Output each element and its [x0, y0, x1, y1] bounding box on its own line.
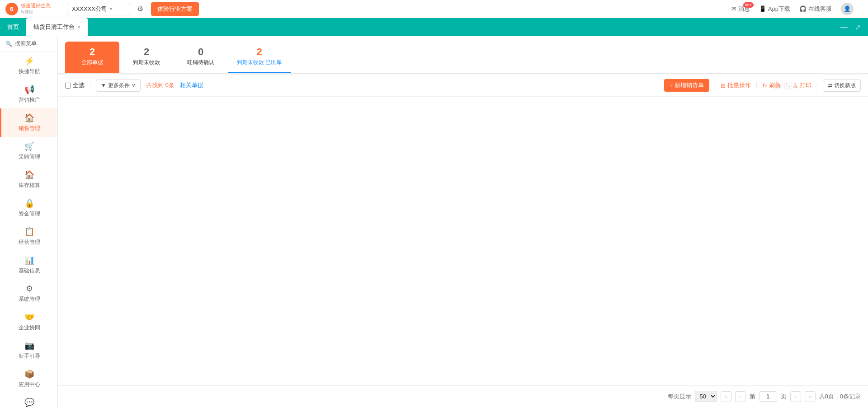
sidebar-item-sales[interactable]: 🏠 销售管理	[0, 108, 57, 137]
sidebar: 🔍 搜索菜单 ⚡ 快捷导航 📢 营销推广 🏠 销售管理 🛒 采购管理 🏠 库存核…	[0, 36, 58, 407]
sidebar-item-system[interactable]: ⚙ 系统管理	[0, 279, 57, 308]
sidebar-label-inventory: 库存核算	[19, 182, 40, 189]
top-bar: 6 畅捷通好生意 标准版 XXXXXX公司 ▾ ⚙ 体验行业方案 ✉ 消息 99…	[0, 0, 868, 18]
sidebar-label-basic-info: 基础信息	[19, 267, 40, 275]
sidebar-item-quick-nav[interactable]: ⚡ 快捷导航	[0, 51, 57, 80]
tab-workbench[interactable]: 钱货日清工作台 ×	[26, 18, 88, 36]
toolbar-right: + 新增销货单 ⊞ 批量操作 ↻ 刷新 🖨 打印 ⇄	[664, 79, 861, 92]
tab-home[interactable]: 首页	[0, 18, 26, 36]
user-icon: 👤	[844, 5, 851, 12]
sidebar-item-app-center[interactable]: 📦 应用中心	[0, 365, 57, 393]
logo-icon: 6	[5, 3, 18, 15]
stat-tab-pending-confirm[interactable]: 0 旺铺待确认	[174, 42, 228, 73]
app-download-label: App下载	[768, 5, 790, 13]
stat-tab-all[interactable]: 2 全部单据	[65, 42, 119, 73]
wechat-icon: 💬	[24, 398, 34, 407]
logo-badge: 标准版	[21, 9, 51, 15]
sidebar-label-enterprise: 企业协同	[19, 324, 40, 332]
select-all-checkbox[interactable]	[65, 83, 71, 89]
search-menu-button[interactable]: 🔍 搜索菜单	[0, 36, 57, 51]
found-count-number: 0	[165, 82, 169, 89]
finance-icon: 🔒	[24, 198, 34, 208]
stat-all-label: 全部单据	[74, 59, 110, 66]
inventory-icon: 🏠	[24, 170, 34, 180]
top-bar-right: ✉ 消息 99+ 📱 App下载 🎧 在线客服 👤	[731, 3, 863, 15]
basic-info-icon: 📊	[24, 255, 34, 265]
first-page-button[interactable]: «	[721, 391, 731, 402]
search-menu-label: 搜索菜单	[15, 40, 37, 47]
app-download-icon: 📱	[759, 5, 766, 12]
switch-icon: ⇄	[828, 82, 832, 89]
last-page-button[interactable]: »	[805, 391, 816, 402]
related-link[interactable]: 相关单据	[180, 81, 203, 89]
sidebar-item-operation[interactable]: 📋 经营管理	[0, 222, 57, 251]
system-icon: ⚙	[26, 284, 33, 294]
sidebar-item-finance[interactable]: 🔒 资金管理	[0, 194, 57, 222]
add-sales-order-button[interactable]: + 新增销货单	[664, 79, 709, 92]
switch-version-button[interactable]: ⇄ 切换新版	[823, 80, 861, 92]
page-number-input[interactable]	[759, 391, 777, 402]
marketing-icon: 📢	[24, 84, 34, 94]
logo-text-area: 畅捷通好生意 标准版	[21, 3, 51, 14]
app-center-icon: 📦	[24, 369, 34, 379]
app-download-button[interactable]: 📱 App下载	[759, 5, 790, 13]
stat-overdue-number: 2	[128, 46, 165, 58]
stat-tab-overdue-unpaid[interactable]: 2 到期未收款	[119, 42, 174, 73]
home-tab-label: 首页	[7, 23, 19, 31]
sidebar-item-enterprise[interactable]: 🤝 企业协同	[0, 308, 57, 336]
next-page-button[interactable]: ›	[790, 391, 801, 402]
sidebar-item-basic-info[interactable]: 📊 基础信息	[0, 251, 57, 279]
filter-icon: ▼	[101, 82, 106, 89]
toolbar-divider-3	[756, 82, 757, 89]
stat-pending-number: 0	[183, 46, 219, 58]
guide-icon: 📷	[24, 341, 34, 351]
quick-nav-icon: ⚡	[24, 56, 34, 66]
notification-badge: 99+	[743, 2, 754, 8]
stat-tab-overdue-unshipped[interactable]: 2 到期未收款 已出库	[228, 42, 291, 73]
print-label: 打印	[800, 81, 811, 89]
sidebar-item-guide[interactable]: 📷 新手引导	[0, 336, 57, 365]
avatar[interactable]: 👤	[841, 3, 854, 15]
sidebar-label-operation: 经营管理	[19, 239, 40, 246]
purchase-icon: 🛒	[24, 141, 34, 151]
pagination-bar: 每页显示 50 « ‹ 第 页 › » 共0页，0条记录	[58, 385, 868, 407]
maximize-button[interactable]: ⤢	[853, 21, 863, 33]
online-service-button[interactable]: 🎧 在线客服	[799, 5, 832, 13]
batch-label: 批量操作	[727, 81, 751, 89]
batch-icon: ⊞	[721, 82, 726, 89]
batch-operations-button[interactable]: ⊞ 批量操作	[721, 81, 751, 89]
company-name: XXXXXX公司	[72, 5, 107, 13]
prev-page-button[interactable]: ‹	[735, 391, 746, 402]
sidebar-item-wechat[interactable]: 💬 企业微信	[0, 393, 57, 407]
message-icon: ✉	[731, 5, 736, 12]
tab-close-icon[interactable]: ×	[77, 24, 80, 30]
chevron-down-icon: ▾	[110, 6, 112, 11]
sidebar-item-purchase[interactable]: 🛒 采购管理	[0, 137, 57, 165]
content-area: 2 全部单据 2 到期未收款 0 旺铺待确认 2 到期未收款 已出库 全选	[58, 36, 868, 407]
sales-icon: 🏠	[24, 113, 34, 123]
sidebar-label-sales: 销售管理	[19, 125, 40, 132]
settings-button[interactable]: ⚙	[134, 3, 146, 15]
experience-button[interactable]: 体验行业方案	[151, 2, 199, 16]
sidebar-item-inventory[interactable]: 🏠 库存核算	[0, 165, 57, 194]
toolbar-divider-5	[817, 82, 817, 89]
message-button[interactable]: ✉ 消息 99+	[731, 5, 750, 13]
stat-unshipped-number: 2	[237, 46, 282, 58]
toolbar-divider-2	[715, 82, 715, 89]
operation-icon: 📋	[24, 227, 34, 237]
per-page-select[interactable]: 50	[695, 391, 717, 402]
select-all-area[interactable]: 全选	[65, 81, 85, 89]
company-selector[interactable]: XXXXXX公司 ▾	[67, 3, 130, 15]
sidebar-label-marketing: 营销推广	[19, 96, 40, 104]
logo-text: 畅捷通好生意	[21, 3, 51, 9]
sidebar-label-purchase: 采购管理	[19, 153, 40, 161]
minimize-button[interactable]: —	[839, 21, 849, 33]
filter-button[interactable]: ▼ 更多条件 ∨	[96, 80, 141, 92]
toolbar: 全选 ▼ 更多条件 ∨ 共找到 0条 相关单据 + 新增销货单 ⊞ 批量操作	[58, 75, 868, 97]
headset-icon: 🎧	[799, 5, 807, 12]
select-all-label: 全选	[73, 81, 85, 89]
sidebar-label-app-center: 应用中心	[19, 381, 40, 388]
stat-all-number: 2	[74, 46, 110, 58]
sidebar-item-marketing[interactable]: 📢 营销推广	[0, 80, 57, 108]
filter-label: 更多条件	[108, 82, 130, 89]
